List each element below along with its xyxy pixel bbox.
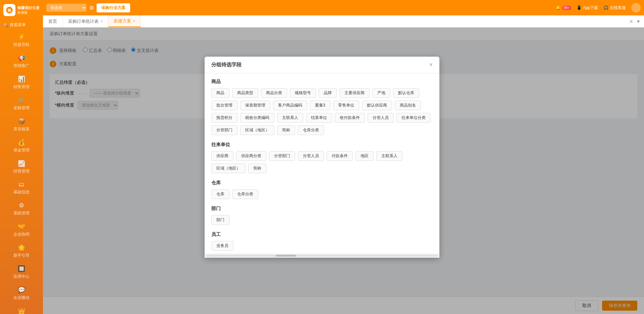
field-tag[interactable]: 规格型号 [290, 88, 316, 98]
field-tag[interactable]: 客户商品编码 [273, 101, 307, 110]
field-tag[interactable]: 业务员 [211, 241, 233, 251]
tab-purchase-stats-label: 采购订单统计表 [68, 18, 99, 24]
field-tag[interactable]: 拣货积分 [211, 113, 237, 123]
corp-icon: 🤝 [18, 223, 25, 230]
field-tag[interactable]: 地区 [356, 151, 374, 161]
field-tag[interactable]: 部门 [211, 215, 229, 225]
modal-horizontal-scrollbar[interactable] [205, 254, 439, 258]
online-service-item[interactable]: 🎧 在线客服 [603, 5, 626, 11]
sidebar-item-purchase[interactable]: 🛒 采购管理 [0, 93, 43, 114]
field-tag[interactable]: 重量3 [310, 101, 330, 110]
system-icon: ⚙ [19, 202, 24, 209]
field-tag[interactable]: 商品类型 [232, 88, 258, 98]
field-tag[interactable]: 品牌 [319, 88, 337, 98]
field-tag[interactable]: 主联系人 [376, 151, 402, 161]
header: 请选择 ⚙ 体验行业方案 🔔 99+ 📱 App下载 🎧 在线客服 [43, 0, 644, 15]
app-center-icon: 🔲 [18, 265, 25, 272]
field-tag[interactable]: 供应商 [211, 151, 233, 161]
notification-item[interactable]: 🔔 99+ [556, 5, 571, 10]
tabs-actions: ✕ ▼ [629, 19, 644, 24]
field-tag[interactable]: 主联系人 [277, 113, 303, 123]
field-tag[interactable]: 仓库 [211, 189, 229, 199]
sidebar-item-marketing[interactable]: 📢 营销推广 [0, 51, 43, 72]
tabs-menu-icon[interactable]: ▼ [636, 19, 641, 24]
header-left: 请选择 ⚙ 体验行业方案 [46, 3, 130, 12]
field-tag[interactable]: 保质期管理 [240, 101, 270, 110]
sidebar-item-corp[interactable]: 🤝 企业协同 [0, 219, 43, 241]
sidebar-item-app-center[interactable]: 🔲 应用中心 [0, 262, 43, 283]
notification-badge: 99+ [562, 6, 571, 10]
sales-icon: 📊 [18, 75, 25, 83]
header-right: 🔔 99+ 📱 App下载 🎧 在线客服 [556, 3, 641, 12]
app-download-icon: 📱 [577, 5, 582, 10]
sidebar-item-label: 系统管理 [13, 210, 30, 216]
field-tag[interactable]: 商品分类 [261, 88, 287, 98]
tab-new-plan[interactable]: 新建方案 × [108, 15, 141, 27]
sidebar-item-inventory[interactable]: 📦 库存核算 [0, 114, 43, 135]
modal-close-button[interactable]: × [429, 61, 433, 68]
field-tag[interactable]: 分管部门 [211, 125, 237, 135]
tab-purchase-stats-close[interactable]: × [101, 19, 103, 23]
sidebar-item-finance[interactable]: 💰 资金管理 [0, 135, 43, 156]
field-tag[interactable]: 供应商分类 [236, 151, 266, 161]
modal-header: 分组待选字段 × [205, 57, 439, 73]
sidebar-item-member[interactable]: 👑 畅会员 [0, 304, 43, 314]
company-select[interactable]: 请选择 [46, 4, 87, 12]
section-goods: 商品商品商品类型商品分类规格型号品牌主要供应商产地默认仓库批次管理保质期管理客户… [211, 79, 433, 135]
header-gear-icon[interactable]: ⚙ [89, 5, 94, 11]
sidebar-item-sales[interactable]: 📊 销售管理 [0, 72, 43, 93]
field-tag[interactable]: 简称 [277, 125, 295, 135]
field-tag[interactable]: 默认仓库 [393, 88, 419, 98]
field-grid-employee: 业务员 [211, 241, 433, 251]
sidebar-item-label: 营销推广 [13, 63, 30, 69]
field-tag[interactable]: 默认供应商 [362, 101, 392, 110]
sidebar-search[interactable]: 🔍 搜索菜单 [0, 20, 43, 30]
section-title-goods: 商品 [211, 79, 433, 85]
tab-home-label: 首页 [48, 18, 57, 24]
field-tag[interactable]: 简称 [248, 164, 266, 173]
tab-new-plan-close[interactable]: × [133, 19, 135, 23]
hscroll-track [206, 255, 438, 257]
sidebar-item-corp-wechat[interactable]: 💬 企业微信 [0, 283, 43, 304]
guide-icon: 🌟 [18, 244, 25, 251]
modal-title: 分组待选字段 [211, 62, 241, 68]
sidebar-item-label: 采购管理 [13, 105, 30, 111]
version-label: 标准版 [17, 10, 40, 15]
field-tag[interactable]: 批次管理 [211, 101, 237, 110]
brand-label: 畅赚酒好生意 [17, 5, 40, 10]
tabs-close-all-icon[interactable]: ✕ [629, 19, 633, 24]
sidebar-item-operation[interactable]: 📈 经营管理 [0, 156, 43, 178]
marketing-icon: 📢 [18, 54, 25, 62]
field-tag[interactable]: 商品 [211, 88, 229, 98]
experience-btn[interactable]: 体验行业方案 [97, 3, 130, 12]
field-grid-department: 部门 [211, 215, 433, 225]
field-tag[interactable]: 仓库分类 [298, 125, 324, 135]
field-tag[interactable]: 区域（地区） [211, 164, 246, 173]
field-tag[interactable]: 付款条件 [327, 151, 353, 161]
sidebar-item-base[interactable]: 🗂 基础信息 [0, 178, 43, 198]
field-tag[interactable]: 分管人员 [368, 113, 394, 123]
field-tag[interactable]: 主要供应商 [339, 88, 370, 98]
field-tag[interactable]: 商品别名 [395, 101, 421, 110]
section-title-partner: 往来单位 [211, 142, 433, 148]
field-tag[interactable]: 收付款条件 [335, 113, 365, 123]
sidebar-item-label: 快捷导航 [13, 42, 30, 48]
field-tag[interactable]: 结算单位 [306, 113, 332, 123]
field-tag[interactable]: 往来单位分类 [396, 113, 431, 123]
field-tag[interactable]: 分管部门 [269, 151, 295, 161]
field-tag[interactable]: 产地 [372, 88, 390, 98]
app-download-item[interactable]: 📱 App下载 [577, 5, 598, 11]
field-tag[interactable]: 区域（地区） [240, 125, 274, 135]
sidebar-item-guide[interactable]: 🌟 新手引导 [0, 241, 43, 262]
section-title-department: 部门 [211, 206, 433, 212]
field-tag[interactable]: 零售单位 [333, 101, 359, 110]
tab-home[interactable]: 首页 [43, 15, 63, 27]
sidebar-item-quick-nav[interactable]: ⚡ 快捷导航 [0, 30, 43, 51]
field-tag[interactable]: 税收分类编码 [240, 113, 274, 123]
sidebar-item-system[interactable]: ⚙ 系统管理 [0, 198, 43, 219]
field-tag[interactable]: 仓库分类 [232, 189, 258, 199]
tab-purchase-stats[interactable]: 采购订单统计表 × [63, 15, 108, 27]
field-tag[interactable]: 分管人员 [298, 151, 324, 161]
finance-icon: 💰 [18, 139, 25, 146]
avatar[interactable] [631, 3, 641, 12]
